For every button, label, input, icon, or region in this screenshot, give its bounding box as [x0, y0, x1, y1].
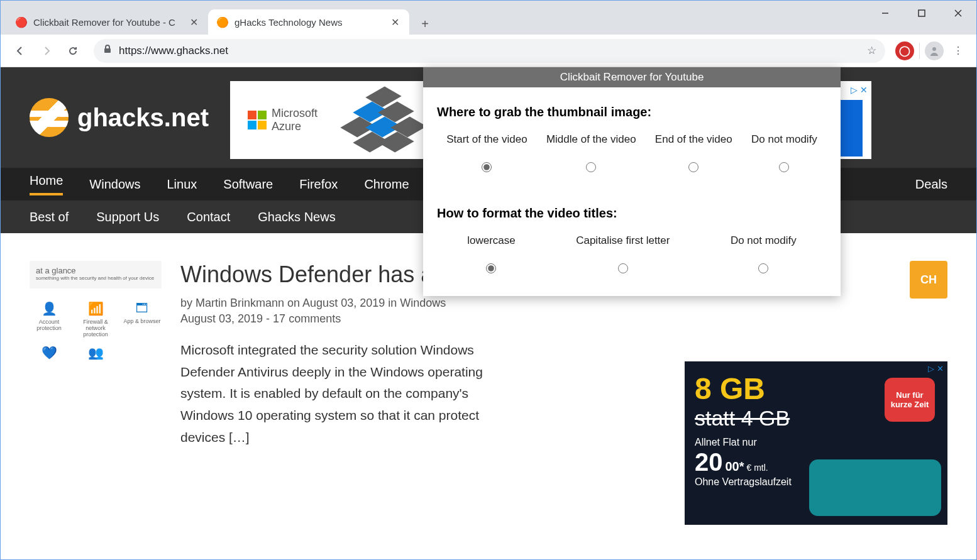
account-icon: 👤: [41, 301, 57, 316]
ad-couch-graphic: [809, 459, 941, 516]
brand-ms: Microsoft: [272, 107, 317, 119]
ad-price: 20: [695, 448, 723, 476]
nav-home[interactable]: Home: [30, 173, 63, 195]
tile-label: Firewall & network protection: [76, 319, 115, 338]
profile-avatar[interactable]: [925, 41, 944, 60]
security-tiles: 👤Account protection 📶Firewall & network …: [30, 301, 162, 360]
adplay-icon: ▷: [851, 85, 858, 95]
separator: [919, 43, 920, 59]
nav-chrome[interactable]: Chrome: [364, 177, 409, 192]
radio-lowercase[interactable]: [486, 263, 496, 273]
radio-capitalise[interactable]: [618, 263, 628, 273]
popup-title: Clickbait Remover for Youtube: [423, 67, 841, 87]
close-tab-icon[interactable]: ✕: [188, 16, 199, 28]
chrome-store-icon: 🔴: [16, 16, 27, 28]
azure-brand: Microsoft Azure: [248, 107, 317, 133]
nav-contact[interactable]: Contact: [187, 210, 230, 224]
nav-deals[interactable]: Deals: [915, 177, 947, 192]
article-thumbnail: at a glance something with the security …: [30, 261, 162, 448]
nav-support[interactable]: Support Us: [96, 210, 159, 224]
radio-start[interactable]: [482, 162, 492, 172]
search-button[interactable]: CH: [910, 261, 947, 299]
title-options: lowercase Capitalise first letter Do not…: [437, 234, 827, 273]
tab-ghacks[interactable]: 🟠 gHacks Technology News ✕: [208, 9, 409, 35]
tab-title: gHacks Technology News: [235, 17, 383, 28]
close-window-button[interactable]: [940, 2, 976, 25]
article-comments[interactable]: 17 comments: [273, 312, 341, 325]
close-tab-icon[interactable]: ✕: [389, 16, 400, 28]
tab-clickbait-remover[interactable]: 🔴 Clickbait Remover for Youtube - C ✕: [7, 9, 208, 35]
tab-strip: 🔴 Clickbait Remover for Youtube - C ✕ 🟠 …: [1, 1, 976, 35]
adclose-icon[interactable]: ✕: [860, 85, 868, 95]
radio-nomod[interactable]: [779, 162, 789, 172]
tile-firewall: 📶Firewall & network protection: [76, 301, 115, 338]
browser-toolbar: https://www.ghacks.net ☆ ◯ ⋮: [1, 35, 976, 67]
popup-question-thumbnail: Where to grab the thumbnail image:: [437, 105, 827, 119]
opt-label: Capitalise first letter: [576, 234, 670, 247]
extension-clickbait-remover-icon[interactable]: ◯: [895, 41, 914, 60]
opt-label: Middle of the video: [546, 133, 636, 146]
article-date: August 03, 2019: [180, 312, 263, 325]
adchoices[interactable]: ▷✕: [851, 85, 868, 95]
option-middle-video[interactable]: Middle of the video: [546, 133, 636, 172]
tile-family: 👥: [76, 345, 115, 360]
ad-cents: 00*: [726, 459, 744, 474]
tile-label: App & browser: [123, 318, 160, 324]
back-button[interactable]: [9, 40, 31, 62]
opt-label: End of the video: [655, 133, 732, 146]
tile-health: 💙: [30, 345, 69, 360]
extension-popup: Clickbait Remover for Youtube Where to g…: [423, 67, 841, 296]
site-logo[interactable]: ghacks.net: [30, 98, 209, 137]
option-capitalise[interactable]: Capitalise first letter: [576, 234, 670, 273]
option-start-video[interactable]: Start of the video: [446, 133, 527, 172]
nav-ghacksnews[interactable]: Ghacks News: [258, 210, 335, 224]
option-thumb-nomod[interactable]: Do not modify: [751, 133, 817, 172]
nav-windows[interactable]: Windows: [89, 177, 140, 192]
nav-firefox[interactable]: Firefox: [299, 177, 338, 192]
svg-point-5: [932, 47, 936, 51]
radio-title-nomod[interactable]: [758, 263, 768, 273]
nav-bestof[interactable]: Best of: [30, 210, 69, 224]
adchoices-icon[interactable]: ▷ ✕: [928, 364, 944, 373]
minimize-button[interactable]: [867, 2, 903, 25]
article-dateline: August 03, 2019 - 17 comments: [180, 312, 658, 326]
chrome-menu-button[interactable]: ⋮: [949, 41, 968, 60]
opt-label: Do not modify: [731, 234, 797, 247]
radio-end[interactable]: [688, 162, 698, 172]
option-title-nomod[interactable]: Do not modify: [731, 234, 797, 273]
family-icon: 👥: [88, 345, 104, 360]
thumb-sub: something with the security and health o…: [36, 275, 155, 281]
reload-button[interactable]: [62, 40, 84, 62]
radio-middle[interactable]: [586, 162, 596, 172]
address-bar[interactable]: https://www.ghacks.net ☆: [94, 39, 885, 63]
health-icon: 💙: [41, 345, 57, 360]
tile-label: Account protection: [30, 319, 69, 331]
thumb-heading: at a glance: [36, 266, 155, 275]
forward-button[interactable]: [36, 40, 57, 62]
svg-rect-1: [919, 10, 925, 16]
svg-rect-4: [104, 48, 111, 53]
ghacks-favicon: 🟠: [217, 16, 228, 28]
microsoft-logo-icon: [248, 111, 267, 129]
opt-label: lowercase: [467, 234, 516, 247]
article-body: Microsoft integrated the security soluti…: [180, 339, 501, 448]
option-end-video[interactable]: End of the video: [655, 133, 732, 172]
opt-label: Start of the video: [446, 133, 527, 146]
new-tab-button[interactable]: +: [414, 13, 436, 35]
option-lowercase[interactable]: lowercase: [467, 234, 516, 273]
site-name: ghacks.net: [77, 104, 209, 132]
maximize-button[interactable]: [903, 2, 940, 25]
brand-azure: Azure: [272, 120, 301, 133]
lock-icon: [102, 44, 113, 57]
ad-flat: Allnet Flat nur: [695, 437, 937, 448]
tile-app: 🗔App & browser: [123, 301, 162, 338]
thumb-glance: at a glance something with the security …: [30, 261, 162, 288]
nav-linux[interactable]: Linux: [167, 177, 197, 192]
url-text: https://www.ghacks.net: [119, 45, 861, 57]
sidebar-ad[interactable]: ▷ ✕ 8 GB statt 4 GB Allnet Flat nur 20 0…: [685, 361, 947, 525]
opt-label: Do not modify: [751, 133, 817, 146]
window-controls: [867, 1, 976, 26]
nav-software[interactable]: Software: [223, 177, 273, 192]
bookmark-star-icon[interactable]: ☆: [867, 44, 876, 57]
app-browser-icon: 🗔: [136, 301, 148, 316]
